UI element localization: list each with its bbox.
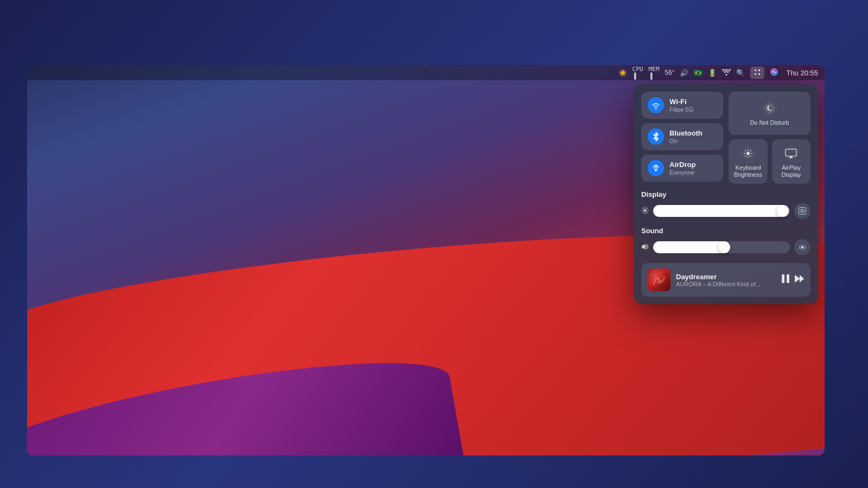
- track-artist: AURORA – A Different Kind of...: [676, 281, 776, 287]
- sound-min-icon: [641, 243, 649, 252]
- display-min-icon: [641, 207, 649, 216]
- airplay-display-icon: [782, 145, 800, 162]
- svg-point-31: [801, 246, 804, 249]
- sound-slider-row: [641, 239, 810, 255]
- playback-controls: [781, 274, 804, 286]
- bluetooth-subtitle: On: [669, 138, 703, 144]
- svg-point-8: [746, 152, 750, 155]
- flag-icon[interactable]: 🇧🇷: [694, 69, 703, 77]
- siri-icon[interactable]: [770, 68, 778, 78]
- wifi-title: Wi-Fi: [669, 98, 693, 106]
- svg-rect-17: [786, 149, 796, 156]
- cc-top-section: Wi-Fi Filipe 5G Bluetooth On: [641, 92, 810, 184]
- dnd-icon: [761, 100, 778, 117]
- wifi-subtitle: Filipe 5G: [669, 106, 693, 113]
- dnd-tile[interactable]: Do Not Disturb: [729, 92, 810, 135]
- cpu-monitor-icon[interactable]: CPU▐: [633, 66, 643, 80]
- track-info: Daydreamer AURORA – A Different Kind of.…: [676, 273, 776, 287]
- svg-marker-36: [800, 275, 804, 282]
- battery-icon[interactable]: 🔋: [708, 69, 717, 77]
- svg-line-14: [750, 156, 751, 157]
- display-extra-btn[interactable]: [794, 203, 810, 219]
- svg-point-5: [655, 107, 657, 109]
- screen-area: ☀️ CPU▐ MEM▐ 56° 🔊 🇧🇷 🔋: [27, 65, 825, 455]
- menubar-icons: ☀️ CPU▐ MEM▐ 56° 🔊 🇧🇷 🔋: [618, 66, 818, 80]
- svg-line-24: [647, 212, 648, 213]
- display-section: Display: [641, 190, 810, 219]
- display-slider-track[interactable]: [653, 205, 790, 217]
- airdrop-tile-text: AirDrop Everyone: [669, 160, 695, 176]
- svg-line-26: [643, 212, 644, 213]
- display-slider-thumb[interactable]: [777, 205, 789, 217]
- svg-line-15: [750, 150, 751, 151]
- svg-rect-28: [800, 209, 805, 213]
- wifi-tile-text: Wi-Fi Filipe 5G: [669, 98, 693, 113]
- svg-line-13: [745, 150, 746, 151]
- sound-menu-icon[interactable]: 🔊: [680, 69, 688, 77]
- sound-slider-thumb[interactable]: [718, 241, 730, 253]
- cc-left-column: Wi-Fi Filipe 5G Bluetooth On: [641, 92, 723, 184]
- cc-right-column: Do Not Disturb: [729, 92, 810, 184]
- airdrop-title: AirDrop: [669, 160, 695, 169]
- temp-icon[interactable]: 56°: [665, 69, 674, 76]
- svg-line-23: [643, 208, 644, 209]
- wifi-tile-icon: [648, 97, 664, 113]
- svg-marker-29: [642, 243, 646, 250]
- menubar-time[interactable]: Thu 20:55: [786, 69, 818, 77]
- bluetooth-tile-icon: [648, 129, 664, 145]
- search-menu-icon[interactable]: 🔍: [736, 69, 745, 77]
- skip-forward-button[interactable]: [794, 274, 804, 286]
- brightness-icon[interactable]: ☀️: [618, 69, 627, 77]
- svg-line-25: [647, 208, 648, 209]
- bluetooth-tile-text: Bluetooth On: [669, 129, 703, 144]
- bluetooth-tile[interactable]: Bluetooth On: [641, 123, 723, 150]
- airplay-display-tile[interactable]: AirPlay Display: [772, 139, 810, 184]
- sound-section: Sound: [641, 227, 810, 255]
- wifi-menu-icon[interactable]: [722, 69, 731, 77]
- airdrop-subtitle: Everyone: [669, 169, 695, 176]
- menubar: ☀️ CPU▐ MEM▐ 56° 🔊 🇧🇷 🔋: [27, 65, 825, 80]
- display-label: Display: [641, 190, 810, 198]
- control-center-panel: Wi-Fi Filipe 5G Bluetooth On: [634, 84, 818, 304]
- display-slider-row: [641, 203, 810, 219]
- album-art-inner: [648, 268, 671, 291]
- svg-point-7: [765, 104, 775, 113]
- mem-monitor-icon[interactable]: MEM▐: [648, 66, 659, 80]
- sound-label: Sound: [641, 227, 810, 235]
- album-art: [648, 268, 671, 291]
- svg-point-2: [755, 73, 756, 75]
- now-playing-tile: Daydreamer AURORA – A Different Kind of.…: [641, 263, 810, 297]
- bluetooth-title: Bluetooth: [669, 129, 703, 138]
- svg-line-16: [745, 156, 746, 157]
- svg-marker-35: [795, 275, 800, 282]
- svg-point-3: [758, 73, 760, 75]
- svg-point-1: [758, 69, 760, 71]
- airdrop-tile-icon: [648, 160, 664, 176]
- control-center-icon[interactable]: [750, 67, 764, 79]
- track-title: Daydreamer: [676, 273, 776, 281]
- svg-point-32: [658, 281, 661, 284]
- keyboard-brightness-icon: [739, 145, 757, 162]
- pause-button[interactable]: [781, 274, 790, 286]
- airdrop-tile[interactable]: AirDrop Everyone: [641, 155, 723, 182]
- sound-slider-track[interactable]: [653, 241, 790, 253]
- keyboard-brightness-tile[interactable]: Keyboard Brightness: [729, 139, 768, 184]
- svg-point-0: [755, 69, 756, 71]
- svg-rect-33: [782, 274, 784, 283]
- svg-point-18: [644, 209, 647, 211]
- cc-small-tile-row: Keyboard Brightness AirPlay Display: [729, 139, 810, 184]
- svg-rect-34: [787, 274, 789, 283]
- dnd-label: Do Not Disturb: [750, 119, 789, 126]
- sound-output-btn[interactable]: [794, 239, 810, 255]
- airplay-display-label: AirPlay Display: [777, 164, 805, 178]
- keyboard-brightness-label: Keyboard Brightness: [734, 164, 762, 178]
- wifi-tile[interactable]: Wi-Fi Filipe 5G: [641, 92, 723, 119]
- svg-point-6: [655, 169, 657, 171]
